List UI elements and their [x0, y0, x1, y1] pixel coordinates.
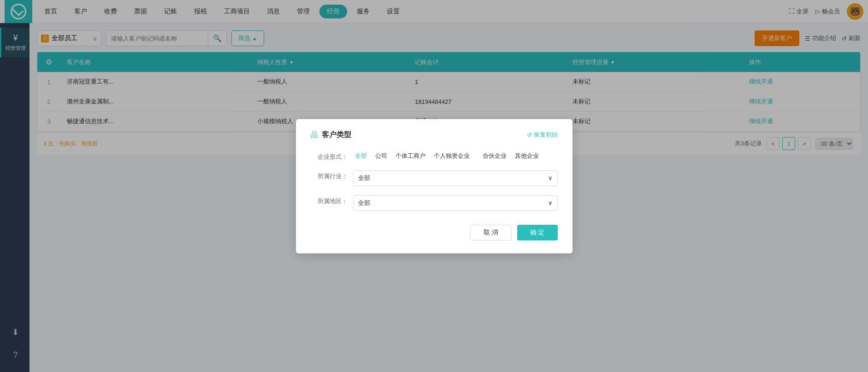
- modal-title: 客户类型: [322, 130, 351, 140]
- industry-label: 所属行业：: [311, 170, 348, 180]
- etype-individual[interactable]: 个体工商户: [394, 151, 427, 161]
- modal-body: 企业形式： 全部 公司 个体工商户 个人独资企业 合伙企业 其他企业 所属行业：…: [311, 151, 558, 211]
- modal-title-icon: 品: [311, 130, 318, 140]
- reset-icon: ↺: [527, 132, 532, 138]
- modal-title-wrap: 品 客户类型: [311, 130, 351, 140]
- industry-dropdown-icon: ∨: [548, 174, 553, 181]
- region-value-wrap: 全部 ∨: [353, 195, 558, 211]
- industry-select[interactable]: 全部 ∨: [353, 170, 558, 186]
- cancel-button[interactable]: 取 消: [470, 225, 512, 240]
- modal-reset-btn[interactable]: ↺ 恢复初始: [527, 131, 558, 139]
- etype-other[interactable]: 其他企业: [513, 151, 541, 161]
- region-form-row: 所属地区： 全部 ∨: [311, 195, 558, 211]
- modal-footer: 取 消 确 定: [311, 225, 558, 240]
- etype-company[interactable]: 公司: [373, 151, 389, 161]
- industry-form-row: 所属行业： 全部 ∨: [311, 170, 558, 186]
- region-value: 全部: [358, 199, 370, 207]
- enterprise-form-label: 企业形式：: [311, 151, 348, 161]
- modal-overlay[interactable]: 品 客户类型 ↺ 恢复初始 企业形式： 全部 公司 个体工商户 个人独资企业 合…: [0, 0, 868, 372]
- filter-modal: 品 客户类型 ↺ 恢复初始 企业形式： 全部 公司 个体工商户 个人独资企业 合…: [296, 119, 573, 253]
- industry-value-wrap: 全部 ∨: [353, 170, 558, 186]
- reset-label: 恢复初始: [534, 131, 558, 139]
- region-select[interactable]: 全部 ∨: [353, 195, 558, 211]
- confirm-button[interactable]: 确 定: [517, 225, 558, 240]
- etype-all[interactable]: 全部: [353, 151, 369, 161]
- enterprise-types: 全部 公司 个体工商户 个人独资企业 合伙企业 其他企业: [353, 151, 558, 161]
- enterprise-form-row: 企业形式： 全部 公司 个体工商户 个人独资企业 合伙企业 其他企业: [311, 151, 558, 161]
- industry-value: 全部: [358, 174, 370, 182]
- etype-sole[interactable]: 个人独资企业: [432, 151, 472, 161]
- region-dropdown-icon: ∨: [548, 199, 553, 206]
- etype-partnership[interactable]: 合伙企业: [481, 151, 508, 161]
- region-label: 所属地区：: [311, 195, 348, 205]
- modal-header: 品 客户类型 ↺ 恢复初始: [311, 130, 558, 140]
